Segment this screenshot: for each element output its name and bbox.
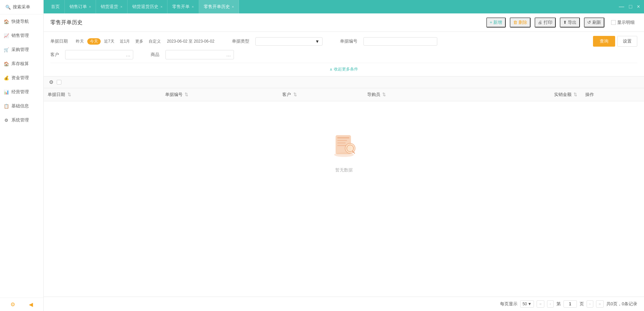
- sidebar-item-finance[interactable]: 💰 资金管理: [0, 71, 43, 85]
- query-button[interactable]: 查询: [593, 36, 615, 47]
- tab-bar-right: — □ ×: [617, 2, 641, 11]
- sidebar-item-quick-nav[interactable]: 🏠 快捷导航: [0, 14, 43, 29]
- sort-salesperson-icon: ⇅: [382, 92, 386, 97]
- col-customer[interactable]: 客户 ⇅: [278, 88, 363, 101]
- goods-input[interactable]: ...: [165, 50, 234, 59]
- col-amount[interactable]: 实销金额 ⇅: [464, 88, 582, 101]
- tab-home[interactable]: 首页: [46, 0, 65, 13]
- tab-close-retail-open[interactable]: ×: [192, 5, 194, 9]
- sidebar-item-purchase-mgmt[interactable]: 🛒 采购管理: [0, 43, 43, 57]
- tab-close-sales-order[interactable]: ×: [89, 5, 91, 9]
- sidebar-item-label: 资金管理: [11, 75, 29, 81]
- customer-input[interactable]: ...: [65, 50, 133, 59]
- date-options: 昨天 今天 近7天 近1月 更多 自定义: [74, 38, 163, 45]
- tab-sales-order[interactable]: 销售订单 ×: [65, 0, 96, 13]
- tab-close-sales-return-history[interactable]: ×: [160, 5, 162, 9]
- customer-label: 客户: [50, 52, 59, 58]
- sort-date-icon: ⇅: [67, 92, 71, 97]
- header-actions: + 新增 🗑 删除 🖨 打印 ⬆ 导出 ↺ 刷新 显示明细: [486, 17, 637, 28]
- doc-number-input[interactable]: [363, 37, 437, 46]
- export-button[interactable]: ⬆ 导出: [560, 17, 580, 28]
- date-option-yesterday[interactable]: 昨天: [74, 38, 86, 45]
- collapse-filter-btn[interactable]: ∧ 收起更多条件: [327, 65, 361, 73]
- tab-close-retail-open-history[interactable]: ×: [232, 5, 234, 9]
- sort-number-icon: ⇅: [185, 92, 188, 97]
- sidebar-search[interactable]: 🔍 搜索采单: [0, 0, 43, 14]
- table-toolbar: ⚙: [44, 76, 644, 88]
- empty-icon: [327, 128, 361, 162]
- refresh-button[interactable]: ↺ 刷新: [584, 17, 604, 28]
- date-option-more[interactable]: 更多: [133, 38, 145, 45]
- col-action: 操作: [581, 88, 644, 101]
- goods-field[interactable]: [168, 52, 225, 57]
- first-page-btn[interactable]: «: [537, 300, 544, 308]
- doc-type-select[interactable]: ▼: [255, 37, 323, 46]
- tab-retail-open[interactable]: 零售开单 ×: [167, 0, 199, 13]
- system-icon: ⚙: [3, 117, 9, 123]
- sidebar-item-basic-info[interactable]: 📋 基础信息: [0, 99, 43, 113]
- sidebar-item-inventory[interactable]: 🏠 库存核算: [0, 57, 43, 71]
- customer-field[interactable]: [68, 52, 125, 57]
- home-icon: 🏠: [3, 18, 9, 24]
- date-option-last1m[interactable]: 近1月: [118, 38, 132, 45]
- sidebar-item-label: 采购管理: [11, 47, 29, 53]
- delete-button[interactable]: 🗑 删除: [510, 17, 531, 28]
- filter-query-actions: 查询 设置: [593, 36, 637, 47]
- tab-retail-open-history[interactable]: 零售开单历史 ×: [199, 0, 239, 13]
- date-option-last7[interactable]: 近7天: [102, 38, 116, 45]
- chevron-up-icon: ∧: [330, 67, 333, 72]
- chevron-down-icon: ▼: [315, 39, 319, 44]
- print-button[interactable]: 🖨 打印: [535, 17, 556, 28]
- customer-picker-icon[interactable]: ...: [126, 52, 130, 58]
- sales-icon: 📈: [3, 33, 9, 39]
- sort-customer-icon: ⇅: [293, 92, 297, 97]
- doc-type-label: 单据类型: [232, 38, 249, 44]
- next-page-btn[interactable]: ›: [587, 300, 593, 308]
- date-option-today[interactable]: 今天: [87, 38, 101, 45]
- collapse-sidebar-icon[interactable]: ◀: [29, 301, 33, 308]
- date-range-display: 2023-06-02 至 2023-06-02: [167, 39, 214, 44]
- svg-rect-3: [337, 140, 347, 141]
- page-number-input[interactable]: [563, 300, 577, 308]
- select-all-checkbox[interactable]: [57, 80, 61, 85]
- tab-sales-return[interactable]: 销货退货 ×: [96, 0, 127, 13]
- new-button[interactable]: + 新增: [486, 17, 505, 28]
- sidebar-item-system[interactable]: ⚙ 系统管理: [0, 113, 43, 127]
- page-size-select[interactable]: 50 ▼: [520, 300, 534, 308]
- table-container: ⚙ 单据日期 ⇅ 单据编号 ⇅ 客户: [44, 76, 644, 311]
- page-size-value: 50: [523, 302, 527, 306]
- sidebar-item-label: 基础信息: [11, 103, 29, 109]
- date-option-custom[interactable]: 自定义: [147, 38, 163, 45]
- goods-label: 商品: [151, 52, 159, 58]
- page-size-chevron: ▼: [528, 302, 532, 306]
- sidebar-item-sales-mgmt[interactable]: 📈 销售管理: [0, 29, 43, 43]
- data-table: 单据日期 ⇅ 单据编号 ⇅ 客户 ⇅ 导购员 ⇅: [44, 88, 644, 101]
- filter-row-1: 单据日期 昨天 今天 近7天 近1月 更多 自定义 2023-06-02 至 2…: [50, 36, 637, 47]
- inventory-icon: 🏠: [3, 61, 9, 67]
- goods-picker-icon[interactable]: ...: [226, 52, 231, 58]
- display-detail-btn[interactable]: 显示明细: [608, 18, 637, 27]
- prev-page-btn[interactable]: ‹: [547, 300, 554, 308]
- filter-row-2: 客户 ... 商品 ...: [50, 50, 637, 59]
- setting-button[interactable]: 设置: [617, 36, 637, 47]
- tab-sales-return-history[interactable]: 销货退货历史 ×: [128, 0, 167, 13]
- doc-number-field[interactable]: [366, 39, 434, 44]
- sidebar-item-label: 销售管理: [11, 33, 29, 39]
- close-window-btn[interactable]: ×: [636, 2, 641, 11]
- sidebar-item-operations[interactable]: 📊 经营管理: [0, 85, 43, 99]
- col-date[interactable]: 单据日期 ⇅: [44, 88, 161, 101]
- maximize-btn[interactable]: □: [628, 2, 634, 11]
- display-checkbox[interactable]: [611, 20, 616, 25]
- col-salesperson[interactable]: 导购员 ⇅: [363, 88, 464, 101]
- col-number[interactable]: 单据编号 ⇅: [161, 88, 279, 101]
- settings-bottom-icon[interactable]: ⚙: [10, 301, 15, 308]
- purchase-icon: 🛒: [3, 47, 9, 53]
- tab-close-sales-return[interactable]: ×: [120, 5, 122, 9]
- minimize-btn[interactable]: —: [617, 2, 626, 11]
- pagination: 每页显示 50 ▼ « ‹ 第 页 › » 共0页，0条记录: [44, 297, 644, 311]
- doc-number-label: 单据编号: [340, 38, 357, 44]
- column-settings-icon[interactable]: ⚙: [49, 79, 53, 85]
- date-label: 单据日期: [50, 38, 68, 44]
- sort-amount-icon: ⇅: [574, 92, 577, 97]
- last-page-btn[interactable]: »: [596, 300, 604, 308]
